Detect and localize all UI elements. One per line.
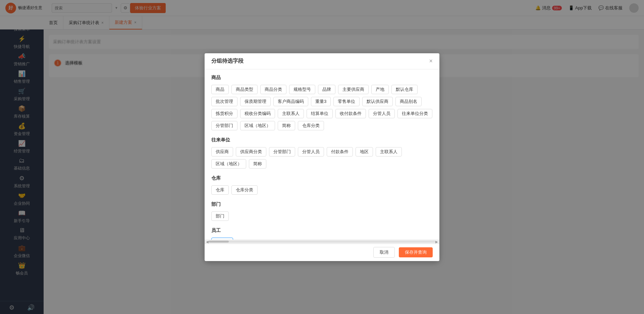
- field-tag-0-10[interactable]: 客户商品编码: [273, 97, 308, 106]
- field-section-0: 商品商品商品类型商品分类规格型号品牌主要供应商产地默认仓库批次管理保质期管理客户…: [211, 75, 433, 130]
- scroll-left-arrow[interactable]: ◀: [206, 240, 209, 244]
- field-tag-0-7[interactable]: 默认仓库: [391, 85, 418, 94]
- horizontal-scrollbar[interactable]: ◀ ▶: [205, 240, 439, 244]
- field-tag-0-18[interactable]: 结算单位: [307, 109, 333, 118]
- field-tag-0-1[interactable]: 商品类型: [231, 85, 258, 94]
- field-tag-1-3[interactable]: 分管人员: [298, 147, 324, 156]
- field-tag-2-1[interactable]: 仓库分类: [231, 185, 258, 195]
- modal-header: 分组待选字段 ×: [205, 53, 439, 69]
- field-tag-1-1[interactable]: 供应商分类: [236, 147, 266, 156]
- field-grid-2: 仓库仓库分类: [211, 185, 433, 195]
- field-section-4: 员工业务员: [211, 228, 433, 240]
- field-tag-0-20[interactable]: 分管人员: [369, 109, 395, 118]
- field-tag-1-7[interactable]: 区域（地区）: [211, 159, 246, 169]
- scroll-right-arrow[interactable]: ▶: [435, 240, 438, 244]
- field-tag-0-8[interactable]: 批次管理: [211, 97, 237, 106]
- field-section-3: 部门部门: [211, 201, 433, 221]
- scroll-thumb: [209, 241, 229, 243]
- modal-body[interactable]: 商品商品商品类型商品分类规格型号品牌主要供应商产地默认仓库批次管理保质期管理客户…: [205, 69, 439, 240]
- field-tag-1-5[interactable]: 地区: [356, 147, 373, 156]
- field-tag-0-2[interactable]: 商品分类: [260, 85, 286, 94]
- modal-overlay: 分组待选字段 × 商品商品商品类型商品分类规格型号品牌主要供应商产地默认仓库批次…: [0, 0, 644, 314]
- field-tag-0-5[interactable]: 主要供应商: [338, 85, 369, 94]
- field-tag-0-25[interactable]: 仓库分类: [298, 121, 324, 130]
- field-tag-0-23[interactable]: 区域（地区）: [240, 121, 275, 130]
- field-tag-0-16[interactable]: 税收分类编码: [240, 109, 275, 118]
- modal-footer: 取消 保存并查询: [205, 244, 439, 261]
- modal-title: 分组待选字段: [211, 58, 244, 65]
- field-section-1: 往来单位供应商供应商分类分管部门分管人员付款条件地区主联系人区域（地区）简称: [211, 137, 433, 169]
- field-tag-0-24[interactable]: 简称: [278, 121, 295, 130]
- field-grid-1: 供应商供应商分类分管部门分管人员付款条件地区主联系人区域（地区）简称: [211, 147, 433, 169]
- field-tag-3-0[interactable]: 部门: [211, 211, 229, 221]
- field-tag-0-21[interactable]: 往来单位分类: [397, 109, 432, 118]
- field-tag-0-6[interactable]: 产地: [371, 85, 389, 94]
- field-tag-1-8[interactable]: 简称: [249, 159, 266, 169]
- field-grid-3: 部门: [211, 211, 433, 221]
- field-tag-2-0[interactable]: 仓库: [211, 185, 229, 195]
- section-title-1: 往来单位: [211, 137, 433, 143]
- confirm-button[interactable]: 保存并查询: [399, 247, 433, 257]
- field-tag-0-14[interactable]: 商品别名: [395, 97, 422, 106]
- field-tag-1-6[interactable]: 主联系人: [376, 147, 402, 156]
- cancel-button[interactable]: 取消: [373, 247, 395, 258]
- field-tag-0-17[interactable]: 主联系人: [278, 109, 304, 118]
- field-tag-1-4[interactable]: 付款条件: [327, 147, 353, 156]
- field-tag-0-13[interactable]: 默认供应商: [362, 97, 393, 106]
- field-grid-0: 商品商品类型商品分类规格型号品牌主要供应商产地默认仓库批次管理保质期管理客户商品…: [211, 85, 433, 130]
- modal-close-button[interactable]: ×: [429, 58, 433, 65]
- field-tag-0-22[interactable]: 分管部门: [211, 121, 237, 130]
- field-select-modal: 分组待选字段 × 商品商品商品类型商品分类规格型号品牌主要供应商产地默认仓库批次…: [205, 53, 439, 261]
- field-tag-0-4[interactable]: 品牌: [318, 85, 335, 94]
- section-title-2: 仓库: [211, 175, 433, 181]
- field-tag-0-15[interactable]: 拣货积分: [211, 109, 237, 118]
- field-tag-0-19[interactable]: 收付款条件: [335, 109, 366, 118]
- field-tag-0-12[interactable]: 零售单位: [333, 97, 360, 106]
- scroll-track[interactable]: [209, 241, 435, 243]
- field-tag-1-2[interactable]: 分管部门: [269, 147, 295, 156]
- field-tag-0-9[interactable]: 保质期管理: [240, 97, 271, 106]
- field-tag-1-0[interactable]: 供应商: [211, 147, 233, 156]
- field-section-2: 仓库仓库仓库分类: [211, 175, 433, 195]
- field-tag-0-3[interactable]: 规格型号: [289, 85, 315, 94]
- field-tag-0-11[interactable]: 重量3: [311, 97, 331, 106]
- field-tag-0-0[interactable]: 商品: [211, 85, 229, 94]
- section-title-0: 商品: [211, 75, 433, 81]
- section-title-4: 员工: [211, 228, 433, 234]
- section-title-3: 部门: [211, 201, 433, 207]
